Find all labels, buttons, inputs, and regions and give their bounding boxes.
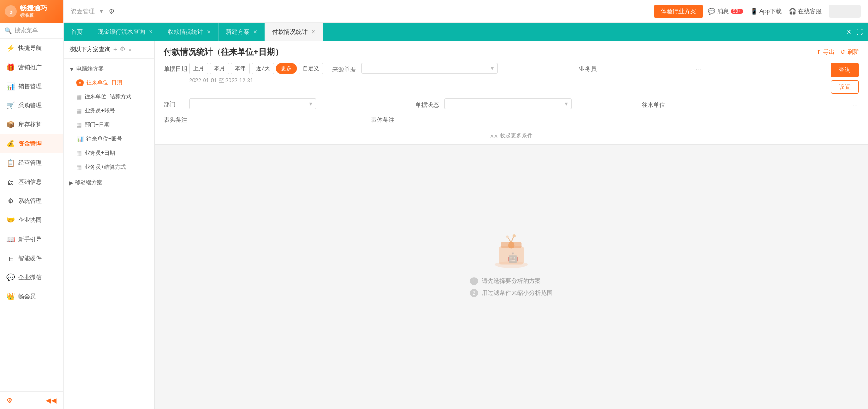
- scheme-item-label-0: 往来单位+日期: [86, 79, 122, 86]
- sidebar-item-quicknav[interactable]: ⚡ 快捷导航: [0, 39, 63, 58]
- expand-icon[interactable]: ⛶: [856, 28, 863, 35]
- scheme-item-label-2: 业务员+账号: [85, 107, 115, 115]
- tab-newscheme[interactable]: 新建方案 ✕: [219, 23, 265, 41]
- collapse-button[interactable]: ∧∧ 收起更多条件: [164, 129, 859, 141]
- tab-receipts-close-icon[interactable]: ✕: [207, 29, 211, 35]
- date-btn-7days[interactable]: 近7天: [252, 63, 274, 74]
- scheme-table-icon-2: ▦: [76, 107, 82, 114]
- tip-text-2: 用过滤条件来缩小分析范围: [482, 289, 553, 297]
- status-select[interactable]: ▾: [444, 98, 572, 109]
- scheme-item-salesperson-date[interactable]: ▦ 业务员+日期: [64, 146, 154, 160]
- message-icon: 💬: [708, 8, 715, 15]
- tab-cashflow[interactable]: 现金银行流水查询 ✕: [90, 23, 160, 41]
- scheme-settings-icon[interactable]: ⚙: [120, 45, 125, 54]
- right-panel: 付款情况统计（往来单位+日期） ⬆ 导出 ↺ 刷新 单据日期: [155, 41, 868, 409]
- setting-button[interactable]: 设置: [831, 80, 859, 94]
- sidebar-item-finance[interactable]: 💰 资金管理: [0, 134, 63, 153]
- filter-row-1: 单据日期 上月 本月 本年 近7天 更多 自定义 2022-01-01: [164, 63, 859, 94]
- salesperson-input[interactable]: [601, 63, 692, 73]
- partner-input[interactable]: [671, 99, 849, 109]
- date-btn-custom[interactable]: 自定义: [299, 63, 323, 74]
- source-select[interactable]: ▾: [361, 63, 498, 74]
- sidebar-item-operations[interactable]: 📋 经营管理: [0, 153, 63, 172]
- scheme-item-label-5: 业务员+日期: [85, 149, 115, 157]
- filter-area: 付款情况统计（往来单位+日期） ⬆ 导出 ↺ 刷新 单据日期: [155, 41, 868, 145]
- sidebar-item-member[interactable]: 👑 畅会员: [0, 287, 63, 306]
- scheme-item-salesperson-settle[interactable]: ▦ 业务员+结算方式: [64, 160, 154, 174]
- date-btn-lastmonth[interactable]: 上月: [189, 63, 208, 74]
- refresh-action[interactable]: ↺ 刷新: [840, 48, 859, 56]
- scheme-add-icon[interactable]: +: [113, 45, 117, 54]
- svg-text:🤖: 🤖: [507, 252, 519, 263]
- sidebar-item-guide[interactable]: 📖 新手引导: [0, 230, 63, 249]
- sidebar-item-purchase[interactable]: 🛒 采购管理: [0, 96, 63, 115]
- sidebar: 6 畅捷通巧 标准版 🔍 搜索菜单 ⚡ 快捷导航 🎁 营销推广 📊 销售管理 🛒…: [0, 0, 64, 409]
- settings-bottom-icon[interactable]: ⚙: [6, 396, 12, 404]
- sidebar-item-wechat[interactable]: 💬 企业微信: [0, 268, 63, 287]
- dept-label: 部门: [164, 98, 189, 109]
- sidebar-collab-label: 企业协同: [18, 216, 42, 224]
- date-btn-more[interactable]: 更多: [276, 63, 297, 74]
- close-all-icon[interactable]: ✕: [846, 28, 852, 35]
- date-btn-thismonth[interactable]: 本月: [210, 63, 229, 74]
- page-title: 付款情况统计（往来单位+日期）: [164, 46, 283, 57]
- sidebar-item-collab[interactable]: 🤝 企业协同: [0, 211, 63, 230]
- scheme-mobile-label: 移动端方案: [75, 179, 102, 187]
- sidebar-wechat-label: 企业微信: [18, 273, 42, 282]
- partner-label: 往来单位: [642, 99, 667, 109]
- body-remark-input[interactable]: [400, 114, 859, 124]
- messages-action[interactable]: 💬 消息 99+: [708, 7, 743, 15]
- wechat-icon: 💬: [6, 273, 15, 282]
- dept-select[interactable]: ▾: [189, 98, 316, 109]
- app-name: 畅捷通巧: [20, 5, 47, 11]
- topbar-gear-icon[interactable]: ⚙: [109, 7, 115, 15]
- tab-receipts-label: 收款情况统计: [168, 28, 203, 36]
- sidebar-item-sales[interactable]: 📊 销售管理: [0, 77, 63, 96]
- scheme-group-mobile[interactable]: ▶ 移动端方案: [64, 176, 154, 189]
- scheme-item-label-1: 往来单位+结算方式: [85, 93, 131, 101]
- main-area: 资金管理 ▾ ⚙ 体验行业方案 💬 消息 99+ 📱 App下载 🎧 在线客服: [64, 0, 868, 409]
- tab-newscheme-close-icon[interactable]: ✕: [253, 29, 257, 35]
- export-action[interactable]: ⬆ 导出: [816, 48, 835, 56]
- scheme-group-desktop[interactable]: ▼ 电脑端方案: [64, 62, 154, 76]
- scheme-item-partner-account[interactable]: 📊 往来单位+账号: [64, 132, 154, 146]
- trial-button[interactable]: 体验行业方案: [654, 5, 703, 18]
- date-btn-thisyear[interactable]: 本年: [231, 63, 250, 74]
- sidebar-finance-label: 资金管理: [18, 140, 42, 148]
- app-download-action[interactable]: 📱 App下载: [750, 7, 782, 15]
- sidebar-item-basic[interactable]: 🗂 基础信息: [0, 172, 63, 192]
- partner-ellipsis-icon[interactable]: …: [853, 101, 859, 107]
- date-label: 单据日期: [164, 63, 189, 73]
- filter-row-3: 表头备注 表体备注: [164, 114, 859, 124]
- dropdown-arrow-icon[interactable]: ▾: [100, 8, 103, 15]
- sidebar-item-marketing[interactable]: 🎁 营销推广: [0, 58, 63, 77]
- export-label: 导出: [823, 48, 835, 56]
- collapse-sidebar-icon[interactable]: ◀◀: [46, 396, 57, 404]
- scheme-item-dept-date[interactable]: ▦ 部门+日期: [64, 118, 154, 132]
- scheme-item-partner-date[interactable]: ● 往来单位+日期: [64, 76, 154, 90]
- scheme-item-salesperson-account[interactable]: ▦ 业务员+账号: [64, 104, 154, 118]
- topbar: 资金管理 ▾ ⚙ 体验行业方案 💬 消息 99+ 📱 App下载 🎧 在线客服: [64, 0, 868, 23]
- tab-home[interactable]: 首页: [64, 23, 90, 41]
- scheme-panel: 按以下方案查询 + ⚙ « ▼ 电脑端方案 ● 往来单位+日期 ▦: [64, 41, 155, 409]
- sidebar-guide-label: 新手引导: [18, 235, 42, 243]
- tab-newscheme-label: 新建方案: [226, 28, 249, 36]
- scheme-header-actions: + ⚙: [113, 45, 125, 54]
- empty-illustration: 🤖: [486, 230, 536, 271]
- salesperson-ellipsis-icon[interactable]: …: [695, 65, 701, 71]
- scheme-header-label: 按以下方案查询: [69, 45, 110, 54]
- sidebar-item-hardware[interactable]: 🖥 智能硬件: [0, 249, 63, 268]
- user-avatar[interactable]: [829, 5, 861, 18]
- sidebar-item-system[interactable]: ⚙ 系统管理: [0, 192, 63, 211]
- online-support-action[interactable]: 🎧 在线客服: [789, 7, 822, 15]
- scheme-collapse-icon[interactable]: «: [128, 46, 131, 53]
- header-remark-input[interactable]: [189, 114, 362, 124]
- query-button[interactable]: 查询: [831, 63, 859, 77]
- scheme-item-partner-settle[interactable]: ▦ 往来单位+结算方式: [64, 90, 154, 104]
- tab-payments[interactable]: 付款情况统计 ✕: [265, 23, 323, 41]
- tab-cashflow-close-icon[interactable]: ✕: [149, 29, 153, 35]
- tab-payments-close-icon[interactable]: ✕: [311, 29, 315, 35]
- search-menu-item[interactable]: 🔍 搜索菜单: [0, 23, 63, 39]
- tab-receipts[interactable]: 收款情况统计 ✕: [160, 23, 219, 41]
- sidebar-item-inventory[interactable]: 📦 库存核算: [0, 115, 63, 134]
